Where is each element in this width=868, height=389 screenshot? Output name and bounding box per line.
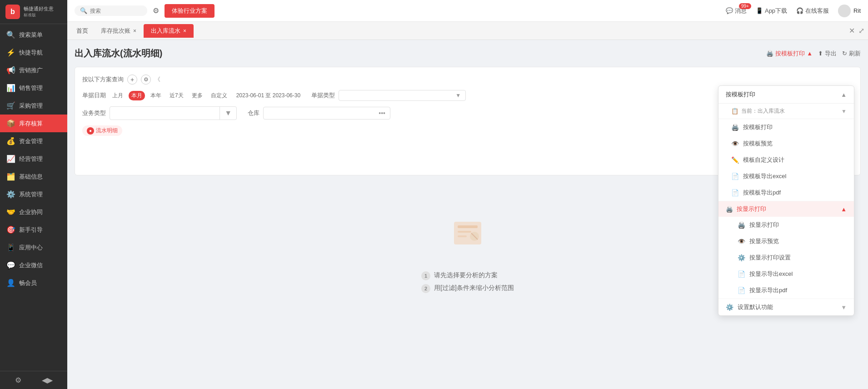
dropdown-item-set-default[interactable]: ⚙️ 设置默认功能 ▼ [718,299,854,315]
search-input[interactable] [90,8,135,14]
tab-batch[interactable]: 库存批次账 × [94,24,144,38]
sidebar-item-label: 快捷导航 [19,49,43,57]
member-icon: 👤 [6,279,15,287]
tab-home-label: 首页 [76,27,88,35]
date-tab-last-month[interactable]: 上月 [110,91,126,100]
sidebar-item-inventory[interactable]: 📦 库存核算 [0,115,67,132]
date-field-label: 单据日期 [82,91,106,100]
display-print-section-label: 🖨️ 按显示打印 [726,205,766,213]
sidebar: b 畅捷通好生意 标准版 🔍 搜索菜单 ⚡ 快捷导航 📢 营销推广 📊 销售管理 [0,0,67,389]
gear-icon[interactable]: ⚙ [153,6,159,15]
notification-icon: 💬 [726,7,733,14]
sidebar-item-base[interactable]: 🗂️ 基础信息 [0,168,67,185]
business-type-field: 业务类型 ▼ [82,106,237,120]
tab-flow[interactable]: 出入库流水 × [144,24,194,38]
dropdown-item-label: 按显示打印 [749,221,779,229]
sidebar-item-appcenter[interactable]: 📱 应用中心 [0,239,67,256]
business-type-input[interactable] [110,108,219,119]
section-print-icon: 🖨️ [726,206,733,213]
online-service-label: 在线客服 [805,7,829,15]
date-tab-this-month[interactable]: 本月 [129,91,145,100]
tab-home[interactable]: 首页 [71,24,94,38]
app-name-block: 畅捷通好生意 标准版 [24,5,54,18]
dropdown-item-display-excel[interactable]: 📄 按显示导出excel [718,266,854,282]
sidebar-item-marketing[interactable]: 📢 营销推广 [0,61,67,79]
sidebar-item-finance[interactable]: 💰 资金管理 [0,132,67,150]
tab-batch-close-icon[interactable]: × [133,28,136,34]
dropdown-item-template-print[interactable]: 🖨️ 按模板打印 [718,119,854,135]
dropdown-section-display-print[interactable]: 🖨️ 按显示打印 ▲ [718,201,854,217]
date-tab-7days[interactable]: 近7天 [167,91,186,100]
user-menu-btn[interactable]: Rit [838,5,861,17]
sidebar-item-label: 采购管理 [19,102,43,110]
filter-tag-shuimingxi[interactable]: ● 流水明细 [82,125,122,136]
svg-rect-3 [458,235,467,237]
warehouse-more-icon[interactable]: ••• [379,110,385,117]
date-tab-more[interactable]: 更多 [189,91,205,100]
dropdown-item-template-custom[interactable]: ✏️ 模板自定义设计 [718,152,854,168]
dropdown-close-icon[interactable]: ▲ [841,91,847,98]
refresh-btn[interactable]: ↻ 刷新 [842,50,861,58]
dropdown-item-label: 设置默认功能 [738,303,773,311]
filter-collapse-icon[interactable]: 《 [155,75,160,84]
dropdown-item-template-preview[interactable]: 👁️ 按模板预览 [718,135,854,152]
sidebar-item-label: 畅会员 [19,279,37,287]
business-type-more-icon[interactable]: ▼ [219,107,236,120]
step-num-2: 2 [421,284,430,293]
template-print-label: 按模板打印 [775,50,805,58]
window-close-btn[interactable]: ✕ [849,26,855,35]
sidebar-item-operations[interactable]: 📈 经营管理 [0,150,67,168]
dropdown-item-display-print-settings[interactable]: ⚙️ 按显示打印设置 [718,249,854,266]
empty-illustration [445,208,490,262]
dropdown-item-template-excel[interactable]: 📄 按模板导出excel [718,168,854,185]
dropdown-item-display-print[interactable]: 🖨️ 按显示打印 [718,217,854,233]
sidebar-item-quicknav[interactable]: ⚡ 快捷导航 [0,44,67,61]
sidebar-item-search[interactable]: 🔍 搜索菜单 [0,26,67,44]
sidebar-item-cooperation[interactable]: 🤝 企业协同 [0,203,67,221]
app-badge: 标准版 [24,12,54,18]
warehouse-input[interactable]: ••• [263,107,390,120]
marketing-icon: 📢 [6,66,15,75]
dropdown-item-label: 按模板导出excel [743,172,786,180]
filter-settings-btn[interactable]: ⚙ [141,75,151,85]
dropdown-current-label: 当前：出入库流水 [741,107,841,115]
online-service-btn[interactable]: 🎧 在线客服 [796,7,829,15]
sidebar-item-label: 销售管理 [19,84,43,92]
sidebar-item-weixin[interactable]: 💬 企业微信 [0,256,67,274]
warehouse-label: 仓库 [248,109,259,117]
app-download-btn[interactable]: 📱 App下载 [756,7,787,15]
dropdown-item-display-pdf[interactable]: 📄 按显示导出pdf [718,282,854,299]
step-2-text: 用[过滤]条件来缩小分析范围 [434,284,514,292]
sidebar-nav: 🔍 搜索菜单 ⚡ 快捷导航 📢 营销推广 📊 销售管理 🛒 采购管理 📦 [0,24,67,371]
sidebar-item-sales[interactable]: 📊 销售管理 [0,79,67,97]
filter-add-btn[interactable]: + [127,75,137,85]
trial-btn[interactable]: 体验行业方案 [165,4,215,18]
dropdown-panel: 按模板打印 ▲ 📋 当前：出入库流水 ▼ 🖨️ 按模板打印 👁️ 按模板预览 [718,85,854,316]
sidebar-item-label: 库存核算 [19,120,43,128]
print-icon: 🖨️ [766,50,773,57]
date-filter-field: 单据日期 上月 本月 本年 近7天 更多 自定义 2023-06-01 至 20… [82,91,300,100]
notification-btn[interactable]: 💬 消息 99+ [726,7,747,15]
topbar-search-box[interactable]: 🔍 [75,5,147,16]
sidebar-item-purchase[interactable]: 🛒 采购管理 [0,97,67,115]
tab-flow-close-icon[interactable]: × [183,28,186,34]
search-icon: 🔍 [80,7,87,14]
tab-batch-label: 库存批次账 [101,27,130,35]
date-tab-this-year[interactable]: 本年 [148,91,164,100]
section-chevron-up-icon[interactable]: ▲ [841,206,847,213]
sidebar-item-member[interactable]: 👤 畅会员 [0,274,67,292]
dropdown-item-display-preview[interactable]: 👁️ 按显示预览 [718,233,854,249]
window-maximize-btn[interactable]: ⤢ [858,26,864,35]
topbar-right: 💬 消息 99+ 📱 App下载 🎧 在线客服 Rit [726,5,861,17]
date-tabs: 上月 本月 本年 近7天 更多 自定义 2023-06-01 至 2023-06… [110,91,300,100]
export-btn[interactable]: ⬆ 导出 [818,50,837,58]
business-type-input-wrap[interactable]: ▼ [110,106,237,120]
sidebar-item-system[interactable]: ⚙️ 系统管理 [0,185,67,203]
sidebar-collapse-icon[interactable]: ◀▶ [42,376,53,384]
sidebar-settings-icon[interactable]: ⚙ [15,376,21,384]
voucher-type-select[interactable]: ▼ [339,90,466,101]
date-tab-custom[interactable]: 自定义 [208,91,230,100]
dropdown-item-template-pdf[interactable]: 📄 按模板导出pdf [718,185,854,201]
sidebar-item-guide[interactable]: 🎯 新手引导 [0,221,67,239]
template-print-btn[interactable]: 🖨️ 按模板打印 ▲ [766,50,813,58]
